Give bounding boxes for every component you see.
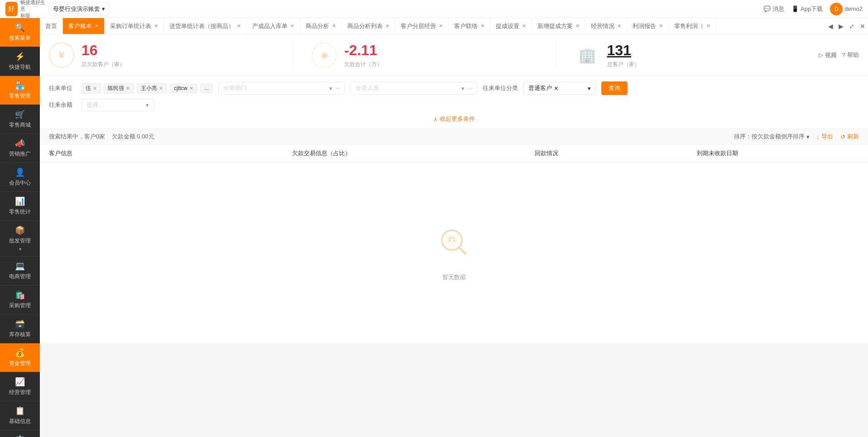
video-button[interactable]: ▷ 视频: [819, 51, 837, 59]
close-tab-icon[interactable]: ✕: [480, 23, 484, 29]
svg-line-2: [459, 247, 465, 254]
sidebar-item-member[interactable]: 👤 会员中心: [0, 163, 40, 192]
unit-type-select[interactable]: 普通客户 ✕ ▾: [523, 82, 596, 95]
sidebar-item-retail[interactable]: 🏪 零售管理: [0, 76, 40, 105]
ecommerce-icon: 💻: [15, 261, 25, 271]
tag-more[interactable]: ...: [200, 84, 213, 93]
person-more-icon: ···: [468, 86, 472, 91]
stat-value-debtors: 16: [82, 42, 125, 59]
app-download-button[interactable]: 📱 App下载: [791, 5, 823, 13]
tab-nav-actions: ◀ ▶ ⤢ ✕: [825, 18, 868, 34]
svg-point-3: [449, 240, 451, 242]
sidebar-item-marketing[interactable]: 📣 营销推广: [0, 134, 40, 163]
tab-goods-analysis[interactable]: 商品分析 ✕: [300, 18, 342, 34]
sidebar-item-inventory[interactable]: 🗃️ 库存核算: [0, 314, 40, 343]
empty-text: 暂无数据: [442, 273, 466, 281]
close-tab-icon[interactable]: ✕: [332, 23, 336, 29]
user-profile[interactable]: D demo2: [830, 3, 863, 15]
dept-select[interactable]: 分管部门 ▾ ···: [218, 82, 345, 95]
svg-point-4: [453, 240, 455, 242]
balance-chevron-icon: ▾: [146, 102, 149, 109]
balance-select[interactable]: 选择... ▾: [82, 99, 154, 111]
retail-icon: 🏪: [15, 81, 25, 90]
tab-goods-entry-stat[interactable]: 进货单统计表（按商品） ✕: [164, 18, 247, 34]
tab-profit-report[interactable]: 利润报告 ✕: [627, 18, 669, 34]
tab-customer-tier[interactable]: 客户分层经营 ✕: [395, 18, 449, 34]
tab-business-status[interactable]: 经营情况 ✕: [585, 18, 627, 34]
filter-row-2: 往来余额 选择... ▾: [49, 99, 859, 111]
query-button[interactable]: 查询: [601, 81, 628, 95]
close-tab-icon[interactable]: ✕: [706, 23, 710, 29]
close-tab-icon[interactable]: ✕: [95, 23, 99, 29]
purchase-icon: 🛍️: [15, 290, 25, 300]
svg-point-1: [446, 234, 458, 247]
close-tab-icon[interactable]: ✕: [522, 23, 526, 29]
sidebar: 🔍 搜索菜单 ⚡ 快捷导航 🏪 零售管理 🛒 零售商城 📣 营销推广 👤 会员中…: [0, 18, 40, 437]
tab-customer-ledger[interactable]: 客户账本 ✕: [63, 18, 105, 34]
sort-select[interactable]: 排序：按欠款金额倒序排序 ▾: [734, 133, 810, 141]
basic-icon: 📋: [15, 406, 25, 416]
close-tab-icon[interactable]: ✕: [617, 23, 621, 29]
tag-chen-close[interactable]: ✕: [126, 86, 130, 91]
operation-icon: 📈: [15, 377, 25, 387]
dept-chevron-icon: ▾: [329, 85, 332, 92]
tag-wu-close[interactable]: ✕: [93, 86, 97, 91]
sidebar-item-batch[interactable]: 📦 批发管理 ▾: [0, 221, 40, 256]
tab-product-entry[interactable]: 产成品入库单 ✕: [247, 18, 300, 34]
tab-new-commission[interactable]: 新增提成方案 ✕: [532, 18, 585, 34]
collapse-button[interactable]: ∧ 收起更多条件: [433, 115, 475, 123]
sidebar-item-system[interactable]: ⚙️ 系统管理: [0, 430, 40, 437]
tab-maximize[interactable]: ⤢: [846, 18, 857, 34]
video-icon: ▷: [819, 52, 823, 58]
tag-cj-close[interactable]: ✕: [189, 86, 193, 91]
person-chevron-icon: ▾: [461, 85, 465, 92]
message-icon: 💬: [763, 5, 771, 12]
close-tab-icon[interactable]: ✕: [659, 23, 663, 29]
logo-area: 好 畅捷通好生意 标版: [5, 0, 45, 19]
tab-customer-contact[interactable]: 客户联络 ✕: [449, 18, 490, 34]
help-button[interactable]: ? 帮助: [842, 51, 859, 59]
close-tab-icon[interactable]: ✕: [575, 23, 580, 29]
close-tab-icon[interactable]: ✕: [290, 23, 294, 29]
close-tab-icon[interactable]: ✕: [385, 23, 389, 29]
sidebar-item-purchase[interactable]: 🛍️ 采购管理: [0, 285, 40, 314]
sidebar-item-quick[interactable]: ⚡ 快捷导航: [0, 47, 40, 76]
table-body: 暂无数据: [40, 162, 868, 343]
tab-commission-settings[interactable]: 提成设置 ✕: [490, 18, 532, 34]
sidebar-item-search[interactable]: 🔍 搜索菜单: [0, 18, 40, 47]
tab-home[interactable]: 首页: [40, 18, 63, 34]
message-button[interactable]: 💬 消息: [763, 5, 784, 13]
col-debt-info: 欠款交易信息（占比）: [292, 149, 535, 157]
retail-mall-icon: 🛒: [15, 109, 25, 119]
refresh-icon: ↺: [840, 133, 845, 140]
person-placeholder: 分管人员: [355, 84, 379, 92]
person-select[interactable]: 分管人员 ▾ ···: [350, 82, 477, 95]
top-bar: 好 畅捷通好生意 标版 母婴行业演示账套 ▾ 💬 消息 📱 App下载 D de…: [0, 0, 868, 18]
tag-wang-close[interactable]: ✕: [159, 86, 163, 91]
unit-type-close-icon[interactable]: ✕: [554, 85, 559, 92]
close-tab-icon[interactable]: ✕: [439, 23, 443, 29]
tag-wu: 伍 ✕: [82, 83, 101, 94]
close-tab-icon[interactable]: ✕: [237, 23, 241, 29]
expand-icon: ▾: [19, 247, 21, 252]
tab-scroll-left[interactable]: ◀: [825, 18, 836, 34]
refresh-button[interactable]: ↺ 刷新: [840, 133, 859, 141]
sidebar-item-finance[interactable]: 💰 资金管理: [0, 343, 40, 372]
tag-wang: 王小亮 ✕: [137, 83, 167, 94]
tab-close-all[interactable]: ✕: [857, 18, 868, 34]
tab-retail-profit[interactable]: 零售利润（ ✕: [669, 18, 716, 34]
export-button[interactable]: ↓ 导出: [817, 133, 834, 141]
tab-goods-analysis-list[interactable]: 商品分析列表 ✕: [342, 18, 395, 34]
unit-type-chevron-icon: ▾: [588, 85, 591, 92]
sidebar-item-retail-stat[interactable]: 📊 零售统计: [0, 192, 40, 221]
tab-purchase-order-stat[interactable]: 采购订单统计表 ✕: [105, 18, 164, 34]
sidebar-item-ecommerce[interactable]: 💻 电商管理: [0, 256, 40, 285]
close-tab-icon[interactable]: ✕: [154, 23, 158, 29]
tab-scroll-right[interactable]: ▶: [836, 18, 846, 34]
sidebar-item-operation[interactable]: 📈 经营管理: [0, 372, 40, 401]
tag-chen: 陈民强 ✕: [104, 83, 134, 94]
store-selector[interactable]: 母婴行业演示账套 ▾: [49, 3, 109, 15]
sidebar-item-retail-mall[interactable]: 🛒 零售商城: [0, 105, 40, 134]
sidebar-item-basic[interactable]: 📋 基础信息: [0, 401, 40, 430]
collapse-up-icon: ∧: [433, 116, 438, 123]
